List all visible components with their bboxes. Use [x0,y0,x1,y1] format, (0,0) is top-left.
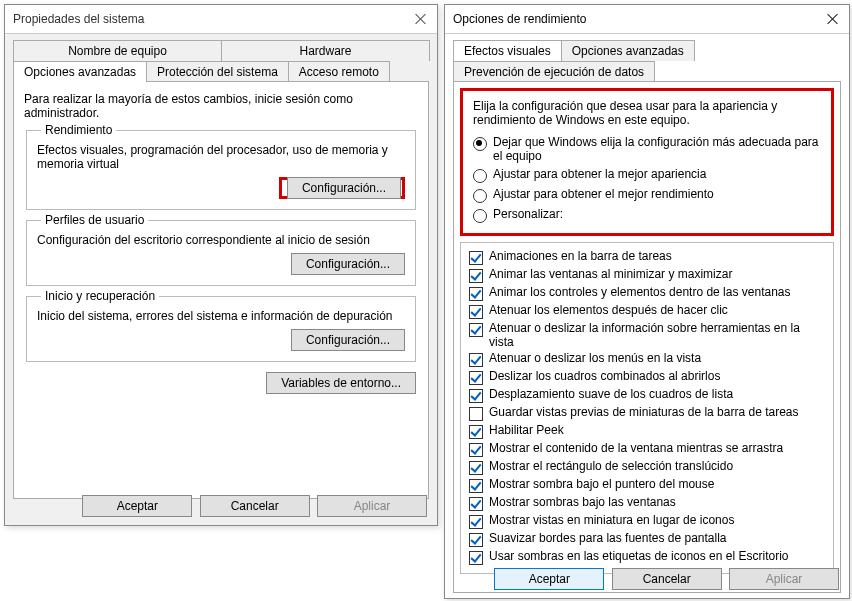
check-option-3[interactable]: Atenuar los elementos después de hacer c… [467,303,827,319]
check-label: Suavizar bordes para las fuentes de pant… [489,531,727,545]
checkbox-icon [469,353,483,367]
tabs-system-properties: Nombre de equipo Hardware Opciones avanz… [13,40,429,82]
radio-option-2[interactable]: Ajustar para obtener el mejor rendimient… [471,187,823,203]
tab-advanced[interactable]: Opciones avanzadas [561,40,695,61]
checkbox-icon [469,251,483,265]
checkbox-icon [469,323,483,337]
title-performance-options: Opciones de rendimiento [453,12,825,26]
check-option-8[interactable]: Guardar vistas previas de miniaturas de … [467,405,827,421]
check-option-6[interactable]: Deslizar los cuadros combinados al abrir… [467,369,827,385]
checkbox-icon [469,305,483,319]
titlebar-system-properties: Propiedades del sistema [5,5,437,34]
checkbox-icon [469,371,483,385]
apply-button[interactable]: Aplicar [317,495,427,517]
panel-advanced: Para realizar la mayoría de estos cambio… [13,81,429,499]
check-label: Mostrar vistas en miniatura en lugar de … [489,513,734,527]
check-label: Atenuar o deslizar los menús en la vista [489,351,701,365]
check-option-10[interactable]: Mostrar el contenido de la ventana mient… [467,441,827,457]
check-label: Mostrar sombra bajo el puntero del mouse [489,477,714,491]
tab-hardware[interactable]: Hardware [221,40,430,61]
radio-option-3[interactable]: Personalizar: [471,207,823,223]
group-performance: Rendimiento Efectos visuales, programaci… [26,130,416,210]
checkbox-icon [469,533,483,547]
checkbox-icon [469,479,483,493]
check-label: Mostrar sombras bajo las ventanas [489,495,676,509]
radio-label: Ajustar para obtener el mejor rendimient… [493,187,714,201]
radio-icon [473,137,487,151]
check-option-11[interactable]: Mostrar el rectángulo de selección trans… [467,459,827,475]
checkbox-icon [469,461,483,475]
close-icon[interactable] [413,11,429,27]
tab-dep[interactable]: Prevención de ejecución de datos [453,61,655,82]
radio-option-1[interactable]: Ajustar para obtener la mejor apariencia [471,167,823,183]
check-option-15[interactable]: Suavizar bordes para las fuentes de pant… [467,531,827,547]
check-option-12[interactable]: Mostrar sombra bajo el puntero del mouse [467,477,827,493]
checkbox-icon [469,443,483,457]
check-option-14[interactable]: Mostrar vistas en miniatura en lugar de … [467,513,827,529]
tab-advanced-options[interactable]: Opciones avanzadas [13,61,147,82]
performance-options-window: Opciones de rendimiento Efectos visuales… [444,4,850,599]
startup-config-button[interactable]: Configuración... [291,329,405,351]
system-properties-window: Propiedades del sistema Nombre de equipo… [4,4,438,526]
highlight-performance-config: Configuración... [279,177,405,199]
ok-button[interactable]: Aceptar [82,495,192,517]
startup-desc: Inicio del sistema, errores del sistema … [37,309,405,323]
performance-config-button[interactable]: Configuración... [287,177,401,199]
check-label: Habilitar Peek [489,423,564,437]
visual-effects-desc: Elija la configuración que desea usar pa… [473,99,821,127]
check-label: Animar las ventanas al minimizar y maxim… [489,267,732,281]
environment-variables-button[interactable]: Variables de entorno... [266,372,416,394]
radio-icon [473,209,487,223]
panel-visual-effects: Elija la configuración que desea usar pa… [453,81,841,593]
group-title-performance: Rendimiento [41,123,116,137]
footer-buttons-right: Aceptar Cancelar Aplicar [490,568,839,590]
group-title-startup: Inicio y recuperación [41,289,159,303]
tab-system-protection[interactable]: Protección del sistema [146,61,289,82]
check-option-1[interactable]: Animar las ventanas al minimizar y maxim… [467,267,827,283]
checkbox-icon [469,425,483,439]
performance-desc: Efectos visuales, programación del proce… [37,143,405,171]
check-option-5[interactable]: Atenuar o deslizar los menús en la vista [467,351,827,367]
check-option-4[interactable]: Atenuar o deslizar la información sobre … [467,321,827,349]
check-option-2[interactable]: Animar los controles y elementos dentro … [467,285,827,301]
profiles-desc: Configuración del escritorio correspondi… [37,233,405,247]
check-option-16[interactable]: Usar sombras en las etiquetas de iconos … [467,549,827,565]
ok-button[interactable]: Aceptar [494,568,604,590]
checkbox-icon [469,389,483,403]
check-label: Atenuar los elementos después de hacer c… [489,303,728,317]
checkbox-icon [469,497,483,511]
check-label: Animar los controles y elementos dentro … [489,285,791,299]
radio-label: Personalizar: [493,207,563,221]
check-label: Animaciones en la barra de tareas [489,249,672,263]
check-label: Atenuar o deslizar la información sobre … [489,321,827,349]
visual-effects-list[interactable]: Animaciones en la barra de tareasAnimar … [460,242,834,574]
highlight-visual-effects-choice: Elija la configuración que desea usar pa… [460,88,834,236]
radio-option-0[interactable]: Dejar que Windows elija la configuración… [471,135,823,163]
group-user-profiles: Perfiles de usuario Configuración del es… [26,220,416,286]
check-option-0[interactable]: Animaciones en la barra de tareas [467,249,827,265]
tab-remote-access[interactable]: Acceso remoto [288,61,390,82]
checkbox-icon [469,551,483,565]
check-option-9[interactable]: Habilitar Peek [467,423,827,439]
checkbox-icon [469,407,483,421]
radio-icon [473,169,487,183]
check-label: Deslizar los cuadros combinados al abrir… [489,369,720,383]
check-option-7[interactable]: Desplazamiento suave de los cuadros de l… [467,387,827,403]
radio-label: Ajustar para obtener la mejor apariencia [493,167,706,181]
apply-button[interactable]: Aplicar [729,568,839,590]
radio-label: Dejar que Windows elija la configuración… [493,135,823,163]
tab-computer-name[interactable]: Nombre de equipo [13,40,222,61]
check-option-13[interactable]: Mostrar sombras bajo las ventanas [467,495,827,511]
check-label: Usar sombras en las etiquetas de iconos … [489,549,788,563]
check-label: Guardar vistas previas de miniaturas de … [489,405,799,419]
cancel-button[interactable]: Cancelar [612,568,722,590]
close-icon[interactable] [825,11,841,27]
tab-visual-effects[interactable]: Efectos visuales [453,40,562,61]
checkbox-icon [469,269,483,283]
profiles-config-button[interactable]: Configuración... [291,253,405,275]
footer-buttons-left: Aceptar Cancelar Aplicar [78,495,427,517]
admin-note: Para realizar la mayoría de estos cambio… [24,92,418,120]
cancel-button[interactable]: Cancelar [200,495,310,517]
tabs-performance-options: Efectos visuales Opciones avanzadas Prev… [453,40,841,82]
check-label: Mostrar el contenido de la ventana mient… [489,441,783,455]
